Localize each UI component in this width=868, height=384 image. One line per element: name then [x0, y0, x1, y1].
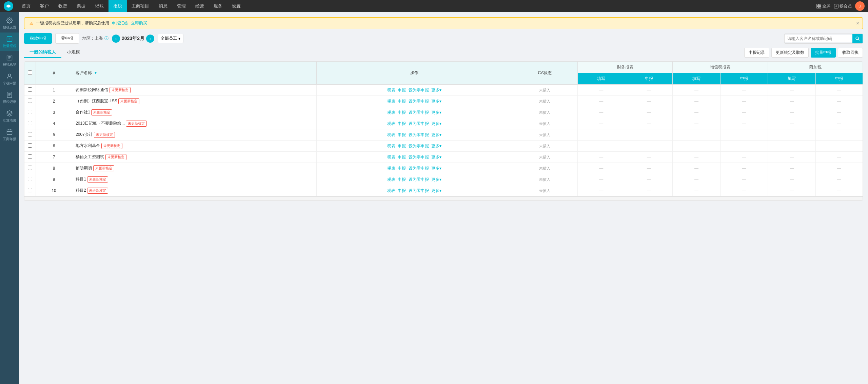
banner-close-btn[interactable]: ×: [856, 20, 859, 26]
row-op-zero[interactable]: 设为零申报: [409, 155, 429, 159]
row-op-tax[interactable]: 税表: [387, 166, 395, 171]
dept-select[interactable]: 全部员工 ▾: [158, 34, 183, 43]
nav-service[interactable]: 服务: [209, 0, 227, 12]
sub-tab-small[interactable]: 小规模: [61, 47, 85, 58]
banner-link-buy[interactable]: 立即购买: [131, 20, 147, 26]
date-next-btn[interactable]: ›: [146, 35, 154, 43]
row-op-declare[interactable]: 申报: [398, 177, 406, 182]
nav-bookkeeping[interactable]: 记账: [90, 0, 108, 12]
row-op-tax[interactable]: 税表: [387, 88, 395, 92]
row-op-tax[interactable]: 税表: [387, 132, 395, 137]
sidebar-item-tax-overview[interactable]: 报税总览: [0, 51, 19, 70]
banner-link-declare[interactable]: 申报汇签: [112, 20, 128, 26]
row-op-more[interactable]: 更多▾: [431, 88, 441, 92]
row-op-tax[interactable]: 税表: [387, 99, 395, 104]
row-op-more[interactable]: 更多▾: [431, 110, 441, 115]
row-op-declare[interactable]: 申报: [398, 188, 406, 193]
row-op-more[interactable]: 更多▾: [431, 188, 441, 193]
row-checkbox-0[interactable]: [28, 87, 32, 92]
avatar[interactable]: U: [855, 1, 865, 11]
row-operations: 税表 申报 设为零申报 更多▾: [316, 174, 512, 185]
row-checkbox-1[interactable]: [28, 99, 32, 103]
update-stats-btn[interactable]: 更新统定及取数: [771, 48, 809, 58]
row-op-tax[interactable]: 税表: [387, 155, 395, 159]
row-op-zero[interactable]: 设为零申报: [409, 177, 429, 182]
search-button[interactable]: [852, 34, 863, 43]
sidebar-item-tax-records[interactable]: 报税记录: [0, 88, 19, 107]
sort-icon[interactable]: ▾: [95, 70, 97, 75]
row-op-more[interactable]: 更多▾: [431, 121, 441, 126]
date-prev-btn[interactable]: ‹: [112, 35, 120, 43]
nav-settings[interactable]: 设置: [227, 0, 245, 12]
tab-zero-declare[interactable]: 零申报: [55, 33, 79, 44]
collect-back-btn[interactable]: 收取回执: [838, 48, 863, 58]
sidebar-item-reconcile[interactable]: 汇算清缴: [0, 107, 19, 126]
row-checkbox-9[interactable]: [28, 188, 32, 192]
row-checkbox-7[interactable]: [28, 166, 32, 170]
region-info-icon[interactable]: ⓘ: [104, 36, 108, 41]
row-ca-status: 未插入: [512, 185, 577, 196]
row-op-zero[interactable]: 设为零申报: [409, 99, 429, 104]
select-all-checkbox[interactable]: [28, 70, 32, 75]
sub-tab-general[interactable]: 一般的纳税人: [24, 47, 61, 58]
nav-customer[interactable]: 客户: [35, 0, 54, 12]
row-op-declare[interactable]: 申报: [398, 155, 406, 159]
search-input[interactable]: [785, 35, 852, 42]
row-op-zero[interactable]: 设为零申报: [409, 88, 429, 92]
row-checkbox-2[interactable]: [28, 110, 32, 114]
nav-invoice[interactable]: 票据: [72, 0, 90, 12]
row-op-more[interactable]: 更多▾: [431, 132, 441, 137]
row-op-zero[interactable]: 设为零申报: [409, 144, 429, 148]
row-op-zero[interactable]: 设为零申报: [409, 166, 429, 171]
row-op-zero[interactable]: 设为零申报: [409, 121, 429, 126]
row-checkbox-6[interactable]: [28, 154, 32, 159]
row-op-declare[interactable]: 申报: [398, 132, 406, 137]
row-add-dec: —: [815, 163, 863, 174]
fullscreen-btn[interactable]: 全屏: [816, 3, 830, 9]
upgrade-label: 畅会员: [840, 3, 852, 9]
row-op-declare[interactable]: 申报: [398, 144, 406, 148]
row-op-zero[interactable]: 设为零申报: [409, 188, 429, 193]
nav-tax[interactable]: 报税: [108, 0, 127, 12]
row-op-tax[interactable]: 税表: [387, 121, 395, 126]
row-checkbox-8[interactable]: [28, 177, 32, 181]
nav-operations[interactable]: 经营: [191, 0, 209, 12]
row-op-declare[interactable]: 申报: [398, 110, 406, 115]
row-checkbox-5[interactable]: [28, 143, 32, 148]
row-op-tax[interactable]: 税表: [387, 144, 395, 148]
nav-business[interactable]: 工商项目: [127, 0, 154, 12]
batch-declare-btn[interactable]: 批量申报: [811, 48, 836, 58]
upgrade-btn[interactable]: 畅会员: [834, 3, 852, 9]
date-display: 2023年2月: [122, 36, 144, 42]
nav-billing[interactable]: 收费: [54, 0, 72, 12]
tab-tax-declare[interactable]: 税款申报: [24, 33, 52, 44]
row-op-tax[interactable]: 税表: [387, 188, 395, 193]
row-op-zero[interactable]: 设为零申报: [409, 110, 429, 115]
row-op-declare[interactable]: 申报: [398, 121, 406, 126]
row-add-fill: —: [768, 152, 815, 163]
row-checkbox-4[interactable]: [28, 132, 32, 136]
row-checkbox-3[interactable]: [28, 121, 32, 125]
sidebar-item-personal-tax[interactable]: 个税申报: [0, 70, 19, 88]
row-op-declare[interactable]: 申报: [398, 166, 406, 171]
sidebar-item-batch-tax[interactable]: 批量报税: [0, 33, 19, 51]
nav-messages[interactable]: 消息: [154, 0, 172, 12]
row-op-more[interactable]: 更多▾: [431, 99, 441, 104]
row-op-tax[interactable]: 税表: [387, 110, 395, 115]
row-vat-dec: —: [720, 185, 768, 196]
row-op-declare[interactable]: 申报: [398, 88, 406, 92]
row-op-more[interactable]: 更多▾: [431, 144, 441, 148]
sidebar-item-tax-settings[interactable]: 报税设置: [0, 14, 19, 33]
app-logo[interactable]: [3, 1, 14, 11]
nav-management[interactable]: 管理: [172, 0, 191, 12]
sidebar-item-business-annual[interactable]: 工商年报: [0, 126, 19, 144]
row-op-declare[interactable]: 申报: [398, 99, 406, 104]
row-op-tax[interactable]: 税表: [387, 177, 395, 182]
row-op-more[interactable]: 更多▾: [431, 155, 441, 159]
nav-home[interactable]: 首页: [17, 0, 35, 12]
row-fin-fill: —: [577, 141, 625, 152]
row-op-more[interactable]: 更多▾: [431, 177, 441, 182]
row-op-more[interactable]: 更多▾: [431, 166, 441, 171]
row-op-zero[interactable]: 设为零申报: [409, 132, 429, 137]
declare-record-btn[interactable]: 申报记录: [744, 48, 769, 58]
